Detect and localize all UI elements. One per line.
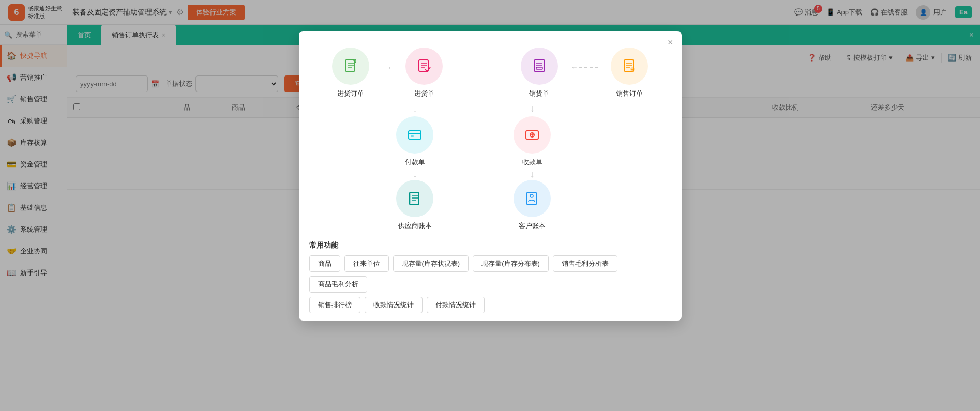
modal-overlay: × 进货订单 → 进货单 <box>0 0 980 411</box>
svg-point-32 <box>530 194 533 197</box>
svg-rect-12 <box>536 67 542 69</box>
svg-rect-26 <box>410 192 419 205</box>
func-btn-row-2: 销售排行榜 收款情况统计 付款情况统计 <box>309 297 671 313</box>
arrow-down-supplier: ↓ <box>413 169 417 180</box>
func-btn-sales-analysis[interactable]: 销售毛利分析表 <box>553 255 617 272</box>
common-functions-area: 常用功能 商品 往来单位 现存量(库存状况表) 现存量(库存分布表) 销售毛利分… <box>299 241 682 321</box>
customer-ledger-label: 客户账本 <box>519 221 546 231</box>
sales-order-label: 销售订单 <box>616 89 643 98</box>
flow-node-purchase-bill[interactable]: 进货单 <box>393 48 455 98</box>
modal: × 进货订单 → 进货单 <box>299 31 682 321</box>
svg-rect-19 <box>409 131 421 139</box>
svg-rect-27 <box>409 193 411 204</box>
sales-bill-icon <box>521 48 558 85</box>
supplier-ledger-label: 供应商账本 <box>398 221 432 231</box>
purchase-order-icon <box>332 48 369 85</box>
common-func-title: 常用功能 <box>309 241 671 250</box>
payment-label: 付款单 <box>405 158 425 167</box>
flow-node-sales-bill[interactable]: 销货单 <box>508 48 570 98</box>
supplier-ledger-icon <box>396 180 433 217</box>
arrow-down-receipt: ↓ <box>530 103 535 114</box>
customer-ledger-icon <box>514 180 551 217</box>
receipt-col: ↓ 收款单 ↓ <box>501 103 563 180</box>
sales-bill-label: 销货单 <box>529 89 549 98</box>
arrow-1: → <box>382 62 393 85</box>
purchase-bill-icon <box>405 48 443 85</box>
spacer-1 <box>456 67 507 79</box>
flow-node-receipt[interactable]: 收款单 <box>501 116 563 167</box>
receipt-icon <box>514 116 551 154</box>
func-btn-stock-status[interactable]: 现存量(库存状况表) <box>393 255 469 272</box>
func-btn-row-1: 商品 往来单位 现存量(库存状况表) 现存量(库存分布表) 销售毛利分析表 商品… <box>309 255 671 293</box>
flow-node-sales-order[interactable]: 销售订单 <box>598 48 660 98</box>
payment-col: ↓ 付款单 ↓ <box>384 103 446 180</box>
purchase-bill-label: 进货单 <box>414 89 434 98</box>
arrow-down-customer: ↓ <box>530 169 535 180</box>
flow-node-purchase-order[interactable]: 进货订单 <box>320 48 382 98</box>
func-btn-goods[interactable]: 商品 <box>309 255 340 272</box>
flow-node-customer-ledger[interactable]: 客户账本 <box>501 180 563 231</box>
flow-node-payment[interactable]: 付款单 <box>384 116 446 167</box>
sales-order-icon <box>611 48 648 85</box>
svg-rect-0 <box>345 60 355 71</box>
svg-rect-21 <box>411 135 414 137</box>
func-btn-goods-profit[interactable]: 商品毛利分析 <box>309 276 367 293</box>
arrow-down-payment: ↓ <box>413 103 417 114</box>
flow-node-supplier-ledger[interactable]: 供应商账本 <box>384 180 446 231</box>
svg-rect-5 <box>419 60 428 71</box>
func-btn-sales-rank[interactable]: 销售排行榜 <box>309 297 360 313</box>
modal-close-button[interactable]: × <box>668 37 673 48</box>
receipt-label: 收款单 <box>522 158 542 167</box>
func-btn-units[interactable]: 往来单位 <box>344 255 389 272</box>
func-btn-receipt-stats[interactable]: 收款情况统计 <box>365 297 423 313</box>
func-btn-stock-dist[interactable]: 现存量(库存分布表) <box>473 255 549 272</box>
purchase-order-label: 进货订单 <box>337 89 364 98</box>
flow-diagram: 进货订单 → 进货单 销货单 <box>299 31 682 241</box>
dashed-arrow-2: ← <box>571 63 598 83</box>
payment-icon <box>396 116 433 154</box>
func-btn-payment-stats[interactable]: 付款情况统计 <box>427 297 485 313</box>
